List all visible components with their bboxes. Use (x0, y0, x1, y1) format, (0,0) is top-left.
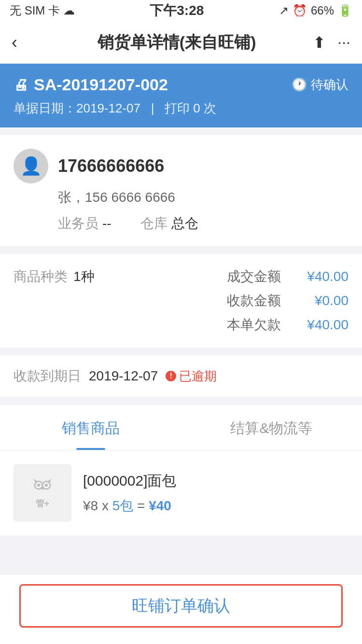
received-label: 收款金额 (227, 292, 281, 310)
alarm-icon: ⏰ (292, 4, 307, 17)
status-time: 下午3:28 (150, 1, 204, 20)
bottom-btn-area: 旺铺订单确认 (0, 574, 362, 644)
sim-label: 无 SIM 卡 ☁ (10, 3, 75, 18)
confirm-btn-label: 旺铺订单确认 (132, 595, 230, 617)
staff-label: 业务员 (58, 214, 98, 233)
amount-label: 成交金额 (227, 267, 281, 286)
debt-value: ¥40.00 (291, 317, 348, 333)
overdue-badge: ! 已逾期 (166, 368, 217, 385)
confirm-order-button[interactable]: 旺铺订单确认 (19, 584, 343, 628)
nav-right-actions: ⬆ ··· (313, 33, 350, 52)
product-thumbnail: 管+ (14, 464, 71, 522)
status-text: 待确认 (311, 76, 348, 93)
order-date: 单据日期：2019-12-07 (14, 101, 140, 115)
overdue-icon: ! (166, 371, 176, 381)
debt-row: 本单欠款 ¥40.00 (227, 316, 348, 334)
order-meta: 单据日期：2019-12-07 | 打印 0 次 (14, 100, 348, 117)
customer-phone: 17666666666 (58, 156, 164, 176)
order-header-card: 🖨 SA-20191207-002 🕐 待确认 单据日期：2019-12-07 … (0, 64, 362, 127)
warehouse-value: 总仓 (171, 214, 198, 233)
status-left: 无 SIM 卡 ☁ (10, 3, 75, 18)
order-id-text: SA-20191207-002 (34, 75, 168, 94)
owl-logo-icon (30, 476, 55, 496)
customer-info-row: 业务员 -- 仓库 总仓 (14, 214, 348, 233)
location-icon: ↗ (279, 4, 289, 17)
multiply-sign: x (102, 498, 109, 513)
equals-sign: = (137, 498, 145, 513)
tab-sales-products-label: 销售商品 (62, 420, 120, 436)
due-date-label: 收款到期日 (14, 367, 81, 385)
product-info: [0000002]面包 ¥8 x 5包 = ¥40 (83, 471, 348, 515)
tabs-section: 销售商品 结算&物流等 (0, 405, 362, 450)
tab-settlement-logistics[interactable]: 结算&物流等 (181, 405, 362, 450)
order-print-count: 打印 0 次 (165, 101, 216, 115)
svg-point-2 (37, 484, 40, 487)
product-name: [0000002]面包 (83, 471, 348, 491)
due-date-section: 收款到期日 2019-12-07 ! 已逾期 (0, 355, 362, 397)
battery-label: 66% (311, 4, 334, 17)
tab-sales-products[interactable]: 销售商品 (0, 405, 181, 450)
received-value: ¥0.00 (291, 293, 348, 308)
svg-point-3 (45, 484, 48, 487)
back-button[interactable]: ‹ (12, 32, 41, 53)
product-type-info: 商品种类 1种 (14, 267, 95, 286)
page-title: 销货单详情(来自旺铺) (41, 31, 313, 54)
warehouse-label: 仓库 (140, 214, 167, 233)
due-date-value: 2019-12-07 (89, 368, 158, 384)
debt-label: 本单欠款 (227, 316, 281, 334)
nav-bar: ‹ 销货单详情(来自旺铺) ⬆ ··· (0, 21, 362, 64)
overdue-text: 已逾期 (179, 368, 217, 385)
product-price: ¥8 x 5包 = ¥40 (83, 497, 348, 515)
product-thumb-inner: 管+ (30, 476, 55, 509)
status-bar: 无 SIM 卡 ☁ 下午3:28 ↗ ⏰ 66% 🔋 (0, 0, 362, 21)
customer-section: 👤 17666666666 张，156 6666 6666 业务员 -- 仓库 … (0, 135, 362, 246)
status-clock-icon: 🕐 (292, 77, 307, 92)
customer-name-phone: 张，156 6666 6666 (14, 188, 348, 207)
summary-section: 商品种类 1种 成交金额 ¥40.00 收款金额 ¥0.00 本单欠款 ¥40.… (0, 254, 362, 348)
order-status-badge: 🕐 待确认 (292, 76, 348, 93)
logo-text: 管+ (36, 498, 50, 509)
amount-value: ¥40.00 (291, 269, 348, 284)
product-section: 管+ [0000002]面包 ¥8 x 5包 = ¥40 (0, 450, 362, 536)
product-total: ¥40 (149, 498, 171, 513)
avatar: 👤 (14, 149, 48, 183)
amount-row: 成交金额 ¥40.00 (227, 267, 348, 286)
tab-settlement-label: 结算&物流等 (230, 420, 312, 436)
amount-summary: 成交金额 ¥40.00 收款金额 ¥0.00 本单欠款 ¥40.00 (227, 267, 348, 334)
product-qty: 5包 (112, 498, 134, 513)
product-type-label: 商品种类 (14, 267, 68, 286)
battery-icon: 🔋 (338, 4, 352, 17)
order-id: 🖨 SA-20191207-002 (14, 75, 168, 94)
share-icon[interactable]: ⬆ (313, 33, 326, 52)
print-icon: 🖨 (14, 77, 28, 93)
product-type-value: 1种 (73, 267, 95, 286)
product-item: 管+ [0000002]面包 ¥8 x 5包 = ¥40 (0, 450, 362, 536)
tabs-row: 销售商品 结算&物流等 (0, 405, 362, 450)
more-icon[interactable]: ··· (337, 33, 350, 51)
avatar-icon: 👤 (20, 156, 42, 176)
status-right: ↗ ⏰ 66% 🔋 (279, 4, 352, 17)
unit-price: ¥8 (83, 498, 98, 513)
received-row: 收款金额 ¥0.00 (227, 292, 348, 310)
staff-value: -- (102, 216, 111, 231)
